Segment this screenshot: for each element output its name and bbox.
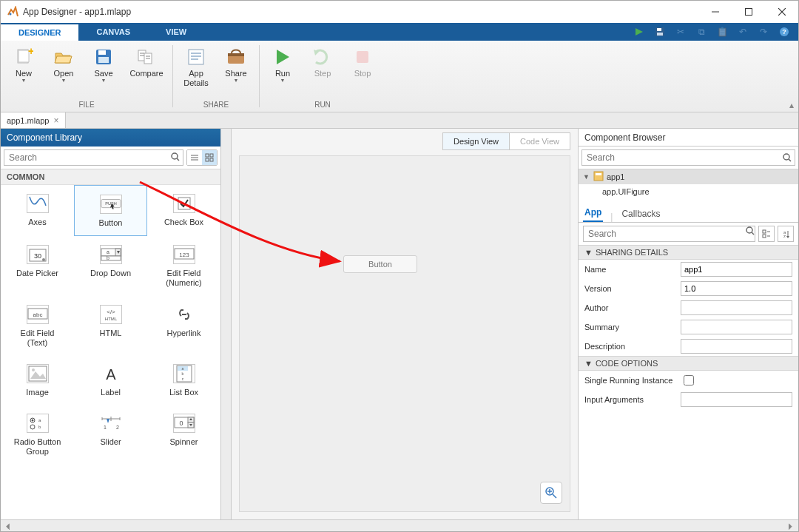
run-icon	[272, 47, 293, 67]
prop-summary-input[interactable]	[681, 320, 792, 334]
left-scroll-gutter[interactable]	[221, 129, 232, 519]
scroll-left-icon[interactable]: ⏴	[4, 521, 13, 531]
open-button[interactable]: Open ▼	[47, 44, 81, 83]
tab-view[interactable]: VIEW	[148, 23, 204, 41]
component-radiobutton-group[interactable]: ab Radio Button Group	[1, 405, 74, 464]
chevron-down-icon[interactable]: ▼	[583, 173, 590, 181]
ribbon-group-file: FILE	[7, 101, 166, 110]
component-dropdown[interactable]: ab Drop Down	[74, 236, 147, 295]
undo-icon[interactable]: ↶	[735, 24, 751, 39]
section-code-options[interactable]: ▼CODE OPTIONS	[579, 356, 798, 371]
tab-canvas[interactable]: CANVAS	[78, 23, 148, 41]
app-details-icon	[186, 47, 206, 67]
component-editfield-text[interactable]: abc Edit Field (Text)	[1, 296, 74, 355]
prop-description-input[interactable]	[681, 339, 792, 354]
svg-text:</>: </>	[107, 309, 115, 315]
prop-version-input[interactable]	[681, 281, 792, 296]
section-sharing-details[interactable]: ▼SHARING DETAILS	[579, 245, 798, 260]
button-icon: PUSH	[100, 195, 122, 214]
svg-line-34	[177, 158, 179, 161]
run-button[interactable]: Run ▼	[266, 44, 300, 83]
stop-button[interactable]: Stop	[345, 44, 380, 78]
step-button[interactable]: Step	[306, 44, 340, 78]
svg-text:a: a	[181, 366, 183, 371]
component-checkbox[interactable]: Check Box	[147, 185, 220, 236]
zoom-button[interactable]	[540, 482, 562, 504]
minimize-button[interactable]	[698, 1, 732, 23]
library-search-input[interactable]	[4, 150, 168, 165]
document-tab[interactable]: app1.mlapp ×	[1, 112, 66, 128]
property-search-input[interactable]	[584, 226, 746, 241]
prop-author-input[interactable]	[681, 300, 792, 315]
svg-text:abc: abc	[33, 312, 42, 318]
run-icon[interactable]	[631, 24, 647, 39]
browser-search-input[interactable]	[582, 150, 780, 165]
svg-rect-2	[745, 9, 752, 16]
canvas-panel: Design View Code View Button	[232, 129, 578, 519]
search-icon[interactable]	[780, 150, 795, 165]
component-datepicker[interactable]: 30 Date Picker	[1, 236, 74, 295]
compare-button[interactable]: Compare	[127, 44, 166, 78]
save-button[interactable]: Save ▼	[87, 44, 121, 83]
paste-icon[interactable]: 📋	[714, 24, 730, 39]
category-view-button[interactable]	[758, 226, 775, 242]
prop-sri-checkbox[interactable]	[684, 375, 694, 385]
prop-inputargs-input[interactable]	[681, 392, 792, 407]
scroll-right-icon[interactable]: ⏵	[786, 521, 795, 531]
prop-name-input[interactable]	[681, 262, 792, 277]
component-slider[interactable]: 12 Slider	[74, 405, 147, 464]
chevron-down-icon: ▼	[234, 78, 239, 83]
component-button[interactable]: PUSH Button	[74, 185, 147, 236]
collapse-ribbon-icon[interactable]: ▴	[789, 100, 794, 110]
svg-rect-39	[210, 154, 213, 157]
grid-view-toggle[interactable]	[202, 150, 217, 165]
component-editfield-numeric[interactable]: 123 Edit Field (Numeric)	[147, 236, 220, 295]
prop-tab-app[interactable]: App	[583, 204, 603, 222]
component-listbox[interactable]: abc List Box	[147, 355, 220, 405]
save-icon[interactable]	[652, 24, 668, 39]
tree-node-uifigure[interactable]: app.UIFigure	[579, 184, 798, 199]
component-image[interactable]: Image	[1, 355, 74, 405]
design-view-button[interactable]: Design View	[442, 132, 510, 150]
component-spinner[interactable]: 0 Spinner	[147, 405, 220, 464]
svg-text:a: a	[38, 418, 41, 422]
app-details-button[interactable]: AppDetails	[179, 44, 213, 88]
prop-tab-callbacks[interactable]: Callbacks	[620, 206, 661, 222]
tree-node-app[interactable]: ▼ app1	[579, 169, 798, 184]
list-view-toggle[interactable]	[187, 150, 202, 165]
component-html[interactable]: </>HTML HTML	[74, 296, 147, 355]
close-button[interactable]	[765, 1, 798, 23]
component-axes[interactable]: Axes	[1, 185, 74, 236]
spinner-icon: 0	[173, 414, 195, 433]
label-icon: A	[100, 364, 122, 383]
copy-icon[interactable]: ⧉	[693, 24, 709, 39]
maximize-button[interactable]	[732, 1, 765, 23]
svg-marker-105	[786, 236, 789, 238]
svg-point-72	[30, 425, 35, 429]
svg-text:A: A	[106, 366, 116, 383]
bottom-scrollbar[interactable]: ⏴ ⏵	[1, 519, 798, 531]
new-button[interactable]: + New ▼	[7, 44, 41, 83]
design-canvas[interactable]: Button	[239, 155, 570, 512]
component-hyperlink[interactable]: Hyperlink	[147, 296, 220, 355]
tab-designer[interactable]: DESIGNER	[1, 23, 78, 41]
chevron-down-icon: ▼	[21, 78, 27, 83]
sort-button[interactable]: az	[778, 226, 794, 242]
cut-icon[interactable]: ✂	[672, 24, 689, 39]
close-tab-icon[interactable]: ×	[54, 115, 59, 126]
canvas-button-component[interactable]: Button	[343, 255, 417, 273]
search-icon[interactable]	[746, 226, 755, 241]
image-icon	[27, 364, 49, 383]
prop-author-label: Author	[584, 303, 681, 312]
help-icon[interactable]: ?	[776, 24, 792, 39]
svg-rect-100	[763, 235, 766, 238]
component-label[interactable]: A Label	[74, 355, 147, 405]
code-view-button[interactable]: Code View	[510, 132, 570, 150]
search-icon[interactable]	[168, 152, 183, 164]
dropdown-icon: ab	[100, 245, 122, 264]
document-tab-label: app1.mlapp	[7, 116, 50, 125]
matlab-icon	[7, 6, 18, 18]
ribbon: + New ▼ Open ▼ Save ▼ Compare	[1, 41, 798, 112]
share-button[interactable]: Share ▼	[219, 44, 253, 83]
redo-icon[interactable]: ↷	[755, 24, 772, 39]
